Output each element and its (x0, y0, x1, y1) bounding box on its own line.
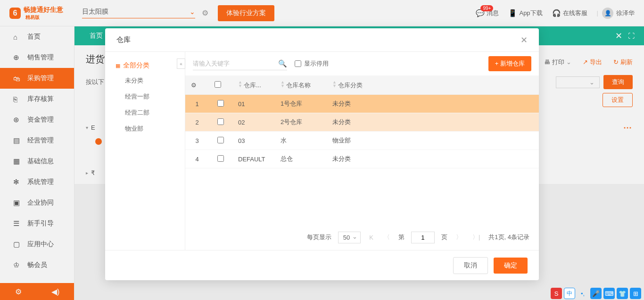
page-size-select[interactable]: 50 (338, 232, 361, 243)
row-category: 未分类 (327, 95, 539, 113)
per-page-label: 每页显示 (307, 233, 331, 242)
table-row[interactable]: 2 02 2号仓库 未分类 (185, 113, 539, 132)
sort-icon[interactable]: ▲▼ (281, 80, 285, 88)
ime-taskbar: S 中 •, 🎤 ⌨ 👕 ⊞ (548, 287, 644, 300)
row-checkbox[interactable] (217, 100, 224, 107)
row-name: 2号仓库 (275, 113, 327, 132)
cancel-button[interactable]: 取消 (453, 257, 488, 274)
table-row[interactable]: 3 03 水 物业部 (185, 132, 539, 150)
search-input[interactable] (193, 57, 278, 70)
search-icon[interactable]: 🔍 (278, 59, 287, 68)
modal-header: 仓库 ✕ (105, 28, 539, 52)
ime-lang-icon[interactable]: 中 (564, 288, 575, 299)
ime-punct-icon[interactable]: •, (577, 288, 588, 299)
category-item[interactable]: 未分类 (105, 73, 185, 89)
search-box: 🔍 (193, 57, 287, 70)
ime-mic-icon[interactable]: 🎤 (590, 288, 602, 299)
next-page-button[interactable]: 〉 (454, 233, 464, 242)
category-sidebar: ▦ 全部分类 未分类 经营一部 经营二部 物业部 « (105, 52, 185, 250)
page-summary: 共1页, 4条记录 (488, 233, 529, 242)
collapse-sidebar-button[interactable]: « (177, 58, 185, 69)
row-category: 未分类 (327, 113, 539, 132)
row-index: 4 (185, 150, 209, 168)
category-all[interactable]: ▦ 全部分类 (105, 58, 185, 73)
gear-icon[interactable]: ⚙ (191, 82, 197, 89)
row-index: 3 (185, 132, 209, 150)
row-index: 2 (185, 113, 209, 132)
row-name: 水 (275, 132, 327, 150)
modal-footer: 取消 确定 (105, 250, 539, 280)
close-icon[interactable]: ✕ (520, 35, 528, 45)
row-checkbox[interactable] (217, 137, 224, 143)
sort-icon[interactable]: ▲▼ (332, 80, 337, 88)
table-area: 🔍 显示停用 + 新增仓库 ⚙ ▲▼仓库... (185, 52, 539, 250)
warehouse-modal: 仓库 ✕ ▦ 全部分类 未分类 经营一部 经营二部 物业部 « 🔍 (105, 28, 539, 280)
confirm-button[interactable]: 确定 (494, 258, 528, 274)
ime-toolbox-icon[interactable]: ⊞ (630, 288, 641, 299)
row-code: DEFAULT (232, 150, 275, 168)
row-checkbox[interactable] (217, 155, 224, 162)
warehouse-table: ⚙ ▲▼仓库... ▲▼仓库名称 ▲▼仓库分类 1 01 1号仓库 未分类 2 … (185, 75, 539, 168)
ime-skin-icon[interactable]: 👕 (617, 288, 628, 299)
row-checkbox[interactable] (217, 118, 224, 125)
row-category: 物业部 (327, 132, 539, 150)
category-item[interactable]: 物业部 (105, 121, 185, 137)
modal-overlay: 仓库 ✕ ▦ 全部分类 未分类 经营一部 经营二部 物业部 « 🔍 (0, 0, 644, 300)
table-toolbar: 🔍 显示停用 + 新增仓库 (185, 52, 539, 75)
first-page-button[interactable]: K (367, 234, 375, 241)
pagination: 每页显示 50 K 〈 第 页 〉 〉| 共1页, 4条记录 (185, 225, 539, 250)
row-code: 02 (232, 113, 275, 132)
row-name: 1号仓库 (275, 95, 327, 113)
ime-keyboard-icon[interactable]: ⌨ (603, 288, 615, 299)
row-index: 1 (185, 95, 209, 113)
prev-page-button[interactable]: 〈 (382, 233, 392, 242)
show-disabled-checkbox[interactable]: 显示停用 (295, 59, 329, 68)
add-warehouse-button[interactable]: + 新增仓库 (488, 56, 531, 71)
grid-icon: ▦ (116, 63, 120, 69)
row-category: 未分类 (327, 150, 539, 168)
row-code: 01 (232, 95, 275, 113)
category-item[interactable]: 经营一部 (105, 89, 185, 105)
table-row[interactable]: 1 01 1号仓库 未分类 (185, 95, 539, 113)
ime-switch-icon[interactable]: S (551, 288, 562, 299)
category-item[interactable]: 经营二部 (105, 105, 185, 121)
select-all-checkbox[interactable] (215, 81, 221, 88)
last-page-button[interactable]: 〉| (471, 233, 482, 242)
page-input[interactable] (411, 232, 435, 243)
sort-icon[interactable]: ▲▼ (238, 80, 242, 88)
row-name: 总仓 (275, 150, 327, 168)
row-code: 03 (232, 132, 275, 150)
modal-title: 仓库 (116, 35, 131, 44)
table-row[interactable]: 4 DEFAULT 总仓 未分类 (185, 150, 539, 168)
